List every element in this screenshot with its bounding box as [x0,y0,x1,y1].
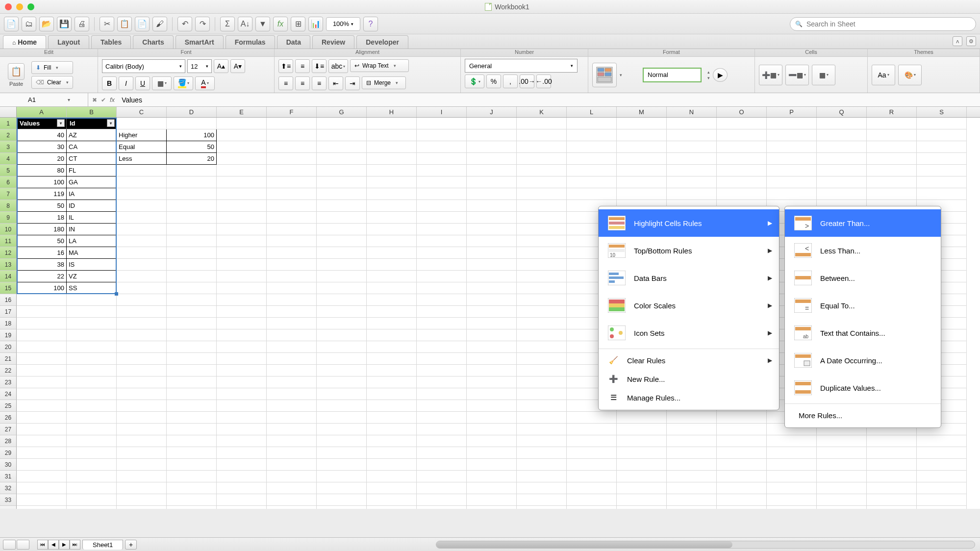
cell[interactable] [467,482,517,494]
cell[interactable] [417,412,467,424]
cell[interactable] [717,471,767,482]
cell[interactable] [267,424,317,435]
cell[interactable] [417,494,467,506]
col-header-K[interactable]: K [517,107,567,117]
cell[interactable] [267,141,317,153]
cell[interactable] [367,118,417,129]
cell[interactable] [117,447,167,459]
cell[interactable] [467,318,517,329]
cell[interactable] [717,447,767,459]
cell[interactable] [517,212,567,224]
cell[interactable] [867,118,917,129]
cell[interactable] [217,247,267,259]
col-header-R[interactable]: R [867,107,917,117]
cell[interactable] [367,459,417,471]
cell[interactable] [417,212,467,224]
cell[interactable] [17,424,67,435]
cell[interactable] [617,176,667,188]
menu-top-bottom-rules[interactable]: 10 Top/Bottom Rules▶ [599,237,779,264]
cell[interactable] [817,141,867,153]
cell[interactable] [167,224,217,235]
cell[interactable] [767,506,817,509]
cell[interactable] [367,235,417,247]
col-header-G[interactable]: G [317,107,367,117]
menu-greater-than[interactable]: > Greater Than... [785,209,941,237]
cell[interactable] [467,165,517,176]
cell[interactable] [517,365,567,376]
cell[interactable] [517,471,567,482]
format-cells-button[interactable]: ▦ [812,65,835,85]
cell[interactable] [417,471,467,482]
decrease-font-button[interactable]: A▾ [230,59,245,73]
col-header-F[interactable]: F [267,107,317,117]
cell[interactable]: 40 [17,129,67,141]
sheet-nav-first[interactable]: ⏮ [37,540,48,550]
cell[interactable] [367,188,417,200]
cell[interactable] [317,129,367,141]
cell[interactable] [17,353,67,365]
close-window[interactable] [5,3,12,10]
row-header-20[interactable]: 20 [0,341,17,353]
cell[interactable] [417,259,467,271]
cell[interactable] [617,506,667,509]
filter-button[interactable]: ▼ [255,17,270,31]
col-header-J[interactable]: J [467,107,517,117]
cell[interactable] [167,176,217,188]
cell[interactable] [67,353,117,365]
row-header-6[interactable]: 6 [0,176,17,188]
cell[interactable] [567,471,617,482]
cell[interactable] [467,400,517,412]
cell[interactable] [417,118,467,129]
cell[interactable] [267,247,317,259]
cell[interactable] [717,459,767,471]
cell[interactable] [517,188,567,200]
cell[interactable] [517,235,567,247]
cell[interactable] [417,424,467,435]
decrease-indent-button[interactable]: ⇤ [328,76,343,90]
row-header-14[interactable]: 14 [0,271,17,282]
menu-manage-rules[interactable]: ☰ Manage Rules... [599,388,779,407]
cell[interactable] [817,471,867,482]
cell[interactable] [767,459,817,471]
cell[interactable] [17,471,67,482]
cell[interactable] [467,129,517,141]
cell[interactable] [217,341,267,353]
cell[interactable] [217,306,267,318]
cell[interactable] [567,506,617,509]
chart-button[interactable]: 📊 [308,17,323,31]
cell[interactable] [117,329,167,341]
row-header-28[interactable]: 28 [0,435,17,447]
cell[interactable] [217,424,267,435]
cell[interactable] [317,247,367,259]
cell[interactable] [467,435,517,447]
cell[interactable] [667,165,717,176]
new-workbook-button[interactable]: 📄 [4,17,19,31]
align-top-button[interactable]: ⬆≡ [278,59,293,73]
cell[interactable] [667,118,717,129]
cell[interactable] [117,482,167,494]
row-header-16[interactable]: 16 [0,294,17,306]
font-name-selector[interactable]: Calibri (Body)▾ [102,59,185,73]
cell[interactable] [667,188,717,200]
theme-colors-button[interactable]: 🎨 [898,65,922,85]
cell[interactable]: 20 [167,153,217,165]
cell[interactable] [767,176,817,188]
cell[interactable] [417,235,467,247]
cell[interactable] [117,388,167,400]
cell[interactable] [317,200,367,212]
cell[interactable] [717,412,767,424]
cell[interactable] [317,259,367,271]
cell[interactable] [317,271,367,282]
cell[interactable] [917,494,967,506]
cell[interactable] [767,494,817,506]
fill-color-button[interactable]: 🪣 [174,76,193,90]
tab-charts[interactable]: Charts [133,35,173,49]
cell[interactable] [617,459,667,471]
cell[interactable] [317,188,367,200]
paste-big-button[interactable]: 📋 Paste [4,60,28,90]
cell[interactable] [867,447,917,459]
cell[interactable] [767,153,817,165]
cell[interactable] [717,506,767,509]
cell[interactable] [417,200,467,212]
cell[interactable] [167,482,217,494]
